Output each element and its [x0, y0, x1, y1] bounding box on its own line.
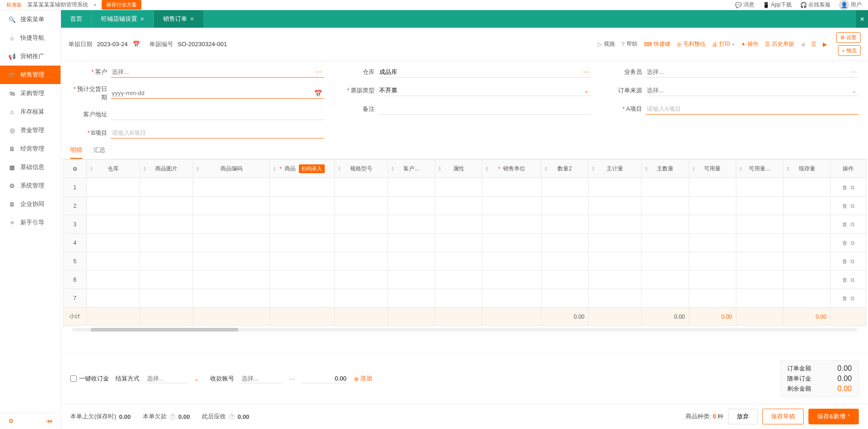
cell[interactable] [270, 289, 335, 308]
cell[interactable] [435, 197, 482, 215]
cell[interactable] [87, 178, 140, 197]
info-icon[interactable]: ? [170, 414, 176, 420]
table-row[interactable]: 5🗑⧉ [63, 252, 866, 271]
cell[interactable] [140, 178, 193, 197]
cell[interactable] [87, 289, 140, 308]
warehouse-input[interactable] [378, 66, 581, 77]
user-menu[interactable]: 👤用户 [839, 0, 862, 10]
col-7[interactable]: ▲▼*销售单位 [482, 160, 541, 178]
cell[interactable] [435, 289, 482, 308]
cell[interactable] [736, 215, 783, 234]
sort-icon[interactable]: ▲▼ [338, 166, 341, 172]
cell[interactable] [482, 271, 541, 289]
sort-icon[interactable]: ▲▼ [485, 166, 489, 172]
dropdown-icon[interactable]: ▾ [94, 2, 96, 7]
cell[interactable] [689, 289, 736, 308]
operate-link[interactable]: ✦操作 [741, 40, 759, 48]
video-link[interactable]: ▷视频 [598, 40, 615, 48]
cell[interactable] [388, 215, 435, 234]
cell[interactable] [589, 178, 642, 197]
cell[interactable] [388, 178, 435, 197]
cell[interactable] [689, 215, 736, 234]
cell[interactable] [435, 271, 482, 289]
col-12[interactable]: ▲▼可用量... [736, 160, 783, 178]
cell[interactable] [642, 271, 689, 289]
delete-icon[interactable]: 🗑 [842, 295, 848, 302]
oneclick-deposit-checkbox[interactable]: 一键收订金 [70, 375, 109, 383]
cell[interactable] [388, 252, 435, 271]
cell[interactable] [334, 252, 388, 271]
cell[interactable] [270, 215, 335, 234]
cell[interactable] [140, 252, 193, 271]
cell[interactable] [589, 215, 642, 234]
cell[interactable] [334, 178, 388, 197]
cell[interactable] [140, 197, 193, 215]
cell[interactable] [87, 197, 140, 215]
table-row[interactable]: 3🗑⧉ [63, 215, 866, 234]
discard-button[interactable]: 放弃 [728, 409, 758, 424]
cell[interactable] [541, 234, 589, 252]
sidebar-collapse-icon[interactable]: ⏮ [46, 417, 52, 424]
copy-icon[interactable]: ⧉ [850, 295, 855, 302]
history-link[interactable]: ☰历史单据 [765, 40, 794, 48]
sidebar-item-new[interactable]: ✧新手引导 [0, 213, 61, 232]
cell[interactable] [783, 271, 830, 289]
col-13[interactable]: ▲▼现存量 [783, 160, 830, 178]
cell[interactable] [482, 197, 541, 215]
cell[interactable] [736, 252, 783, 271]
cell[interactable] [642, 178, 689, 197]
cell[interactable] [193, 197, 270, 215]
col-0[interactable]: ▲▼仓库 [87, 160, 140, 178]
b-item-input[interactable] [111, 127, 324, 139]
ellipsis-icon[interactable]: ⋯ [289, 375, 295, 382]
sort-icon[interactable]: ▲▼ [544, 166, 548, 172]
col-3[interactable]: ▲▼*商品扫码录入 [270, 160, 335, 178]
sidebar-item-team[interactable]: 🗎企业协同 [0, 195, 61, 213]
cell[interactable] [435, 252, 482, 271]
cell[interactable] [541, 178, 589, 197]
prev-doc-button[interactable]: ◀ [801, 41, 805, 48]
scan-badge[interactable]: 扫码录入 [299, 164, 325, 173]
sidebar-item-box[interactable]: ⌂库存核算 [0, 103, 61, 121]
sort-icon[interactable]: ▲▼ [692, 166, 696, 172]
grid-settings-header[interactable]: ⚙ [63, 160, 87, 178]
view-mode-icon[interactable]: ☰ [811, 41, 816, 48]
sort-icon[interactable]: ▲▼ [786, 166, 790, 172]
delete-icon[interactable]: 🗑 [842, 240, 848, 246]
ellipsis-icon[interactable]: ⋯ [581, 68, 591, 76]
copy-icon[interactable]: ⧉ [850, 184, 855, 191]
col-6[interactable]: ▲▼属性 [435, 160, 482, 178]
cell[interactable] [689, 271, 736, 289]
table-row[interactable]: 2🗑⧉ [63, 197, 866, 215]
messages-link[interactable]: 💬消息 [735, 1, 754, 9]
invoice-type-input[interactable] [378, 85, 582, 96]
cell[interactable] [482, 178, 541, 197]
add-payment-button[interactable]: ⊕添加 [354, 375, 372, 383]
cell[interactable] [642, 215, 689, 234]
cell[interactable] [541, 215, 589, 234]
cell[interactable] [87, 234, 140, 252]
sidebar-item-grid[interactable]: ▦基础信息 [0, 158, 61, 176]
col-5[interactable]: ▲▼客户... [388, 160, 435, 178]
sidebar-item-coin[interactable]: ◎资金管理 [0, 121, 61, 139]
tab-销售订单[interactable]: 销售订单✕ [154, 10, 204, 28]
cell[interactable] [783, 178, 830, 197]
cell[interactable] [334, 289, 388, 308]
save-new-button[interactable]: 保存&新增˄ [808, 409, 859, 424]
payment-amount-input[interactable] [301, 374, 347, 383]
profit-link[interactable]: ◎毛利预估 [677, 40, 705, 48]
cell[interactable] [541, 197, 589, 215]
info-icon[interactable]: ? [229, 414, 235, 420]
sort-icon[interactable]: ▲▼ [90, 166, 93, 172]
chevron-down-icon[interactable]: ⌄ [582, 87, 591, 94]
cell[interactable] [783, 215, 830, 234]
sort-icon[interactable]: ▲▼ [273, 166, 276, 172]
table-row[interactable]: 4🗑⧉ [63, 234, 866, 252]
delete-icon[interactable]: 🗑 [842, 258, 848, 265]
col-4[interactable]: ▲▼规格型号 [334, 160, 388, 178]
calendar-icon[interactable]: 📅 [133, 41, 140, 48]
logistics-button[interactable]: +物流 [838, 45, 861, 56]
cell[interactable] [87, 271, 140, 289]
sort-icon[interactable]: ▲▼ [739, 166, 743, 172]
cell[interactable] [736, 234, 783, 252]
